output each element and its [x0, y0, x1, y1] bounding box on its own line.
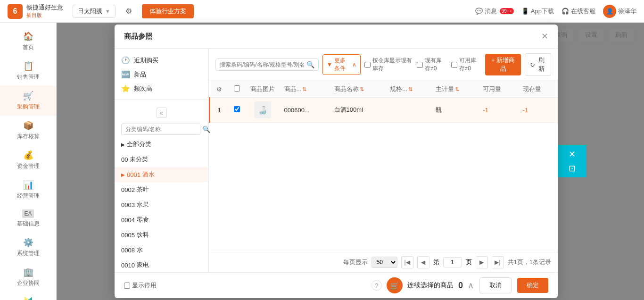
- page-input[interactable]: [443, 257, 462, 267]
- online-service-btn[interactable]: 🎧 在线客服: [561, 7, 595, 16]
- sidebar-item-guide[interactable]: 🔰 新手引导: [0, 292, 56, 300]
- first-page-btn[interactable]: |◀: [401, 256, 413, 268]
- collab-icon: 🏢: [23, 267, 33, 277]
- category-list: ▶ 全部分类 00 未分类 ▶ 0001 酒水 0002 茶: [115, 137, 208, 267]
- col-header-available[interactable]: 可用量: [478, 81, 518, 98]
- last-page-btn[interactable]: ▶|: [492, 256, 504, 268]
- logo-area: 6 畅捷通好生意 插目版: [8, 4, 63, 19]
- sidebar-item-purchase[interactable]: 🛒 采购管理: [0, 86, 56, 116]
- category-0002[interactable]: 0002 茶叶: [115, 182, 208, 197]
- sales-icon: 📋: [23, 61, 33, 71]
- modal-body: 🕐 近期购买 🆕 新品 ⭐ 频次高 «: [115, 49, 558, 272]
- prev-page-btn[interactable]: ◀: [417, 256, 429, 268]
- per-page-select[interactable]: 50 100 200: [372, 257, 397, 268]
- sidebar-item-sales[interactable]: 📋 销售管理: [0, 56, 56, 86]
- sidebar: 🏠 首页 📋 销售管理 🛒 采购管理 📦 库存核算 💰 资金管理 📊 经营管理 …: [0, 23, 57, 300]
- logo-icon: 6: [8, 4, 23, 19]
- product-search-input[interactable]: [220, 61, 305, 68]
- category-0001[interactable]: ▶ 0001 酒水: [115, 167, 208, 182]
- cart-button[interactable]: 🛒: [387, 277, 403, 293]
- category-all[interactable]: ▶ 全部分类: [115, 137, 208, 152]
- category-0005[interactable]: 0005 饮料: [115, 227, 208, 242]
- category-0003[interactable]: 0003 水果: [115, 197, 208, 212]
- modal-dialog: 商品参照 ✕ 🕐 近期购买 🆕 新品: [115, 25, 558, 298]
- refresh-icon: ↻: [530, 61, 535, 68]
- high-freq-item[interactable]: ⭐ 频次高: [115, 82, 208, 96]
- modal-close-button[interactable]: ✕: [541, 31, 548, 42]
- confirm-button[interactable]: 确定: [517, 278, 548, 293]
- col-header-unit[interactable]: 主计量⇅: [431, 81, 478, 98]
- teal-expand-icon[interactable]: ⊡: [569, 163, 576, 174]
- col-header-spec[interactable]: 规格...⇅: [385, 81, 431, 98]
- user-area[interactable]: 👤 徐泽华: [603, 5, 636, 18]
- sidebar-item-inventory[interactable]: 📦 库存核算: [0, 116, 56, 145]
- more-filter-button[interactable]: ▼ 更多条件 ∧: [322, 54, 361, 75]
- show-disabled-checkbox[interactable]: [124, 283, 130, 289]
- col-settings-icon[interactable]: ⚙: [216, 86, 222, 93]
- messages-btn[interactable]: 💬 消息 99++: [475, 7, 514, 16]
- star-icon: ⭐: [121, 84, 130, 93]
- cancel-button[interactable]: 取消: [479, 277, 512, 293]
- warehouse-check-label[interactable]: 按仓库显示现有库存: [364, 57, 413, 73]
- category-00[interactable]: 00 未分类: [115, 152, 208, 167]
- product-stock: -1: [518, 98, 558, 123]
- system-icon: ⚙️: [23, 237, 33, 248]
- usable-checkbox[interactable]: [451, 62, 457, 68]
- sidebar-item-system[interactable]: ⚙️ 系统管理: [0, 233, 56, 262]
- col-header-code[interactable]: 商品...⇅: [280, 81, 330, 98]
- col-header-stock[interactable]: 现存量: [518, 81, 558, 98]
- teal-close-icon[interactable]: ✕: [569, 149, 576, 159]
- table-row[interactable]: 1 🍶: [210, 98, 558, 123]
- category-search: 🔍: [115, 122, 208, 137]
- warehouse-checkbox[interactable]: [364, 62, 371, 68]
- page-total-info: 共1页，1条记录: [508, 258, 551, 267]
- sidebar-item-basic[interactable]: EA 基础信息: [0, 205, 56, 233]
- avatar: 👤: [603, 5, 616, 18]
- app-download-btn[interactable]: 📱 App下载: [521, 7, 554, 16]
- sidebar-item-finance[interactable]: 💰 资金管理: [0, 145, 56, 175]
- refresh-button[interactable]: ↻ 刷新: [525, 53, 551, 76]
- row-num: 1: [210, 98, 229, 123]
- nav-selector[interactable]: 日太阳膜 ▼: [73, 5, 116, 18]
- collapse-button[interactable]: «: [157, 108, 167, 118]
- select-all-checkbox[interactable]: [234, 85, 240, 92]
- next-page-btn[interactable]: ▶: [476, 256, 488, 268]
- category-0004[interactable]: 0004 零食: [115, 212, 208, 227]
- page-label: 第: [433, 258, 439, 267]
- usable-check-label[interactable]: 可用库存≠0: [451, 57, 481, 73]
- recent-icon: 🕐: [121, 56, 130, 65]
- collapse-up-icon[interactable]: ∧: [468, 280, 474, 291]
- product-available: -1: [478, 98, 518, 123]
- search-icon[interactable]: 🔍: [306, 61, 314, 68]
- filter-arrow-icon: ∧: [352, 61, 356, 68]
- category-0008[interactable]: 0008 水: [115, 242, 208, 258]
- message-icon: 💬: [475, 8, 483, 15]
- trial-button[interactable]: 体验行业方案: [142, 4, 194, 18]
- nav-right: 💬 消息 99++ 📱 App下载 🎧 在线客服 👤 徐泽华: [475, 5, 636, 18]
- show-disabled-label[interactable]: 显示停用: [124, 281, 157, 290]
- sidebar-item-business[interactable]: 📊 经营管理: [0, 175, 56, 205]
- category-0010[interactable]: 0010 家电: [115, 258, 208, 267]
- add-product-button[interactable]: + 新增商品: [485, 54, 521, 75]
- logo-text: 畅捷通好生意 插目版: [26, 4, 63, 18]
- settings-icon[interactable]: ⚙: [121, 4, 136, 19]
- left-panel: 🕐 近期购买 🆕 新品 ⭐ 频次高 «: [115, 49, 209, 272]
- col-header-name[interactable]: 商品名称⇅: [330, 81, 386, 98]
- product-spec: [385, 98, 431, 123]
- new-products-item[interactable]: 🆕 新品: [115, 67, 208, 82]
- messages-badge: 99++: [500, 8, 514, 14]
- product-table: ⚙ 商品图片: [209, 81, 558, 123]
- content-area: 查询 设置 刷新 商品参照 ✕ 🕐 近期购买: [57, 23, 644, 300]
- cart-label: 连续选择的商品: [407, 281, 454, 290]
- available-check-label[interactable]: 现有库存≠0: [417, 57, 447, 73]
- product-table-area: ⚙ 商品图片: [209, 81, 558, 252]
- sidebar-item-home[interactable]: 🏠 首页: [0, 26, 56, 56]
- help-icon[interactable]: ?: [372, 280, 382, 291]
- sidebar-item-collab[interactable]: 🏢 企业协同: [0, 262, 56, 292]
- main-layout: 🏠 首页 📋 销售管理 🛒 采购管理 📦 库存核算 💰 资金管理 📊 经营管理 …: [0, 23, 644, 300]
- right-toolbar: 🔍 ▼ 更多条件 ∧ 按仓库显示现有库存: [209, 49, 558, 81]
- recent-buy-item[interactable]: 🕐 近期购买: [115, 53, 208, 67]
- row-checkbox[interactable]: [234, 106, 240, 112]
- available-checkbox[interactable]: [417, 62, 423, 68]
- category-search-input[interactable]: [121, 124, 200, 135]
